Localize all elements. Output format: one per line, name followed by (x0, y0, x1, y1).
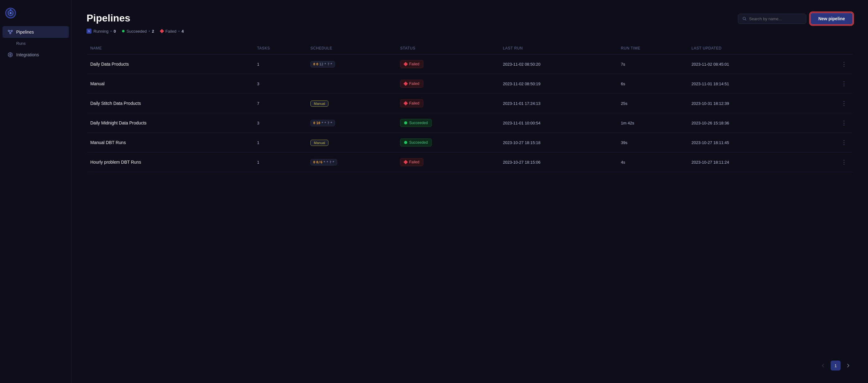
succeeded-status-icon (404, 141, 407, 144)
cell-tasks: 1 (253, 133, 307, 153)
schedule-cron[interactable]: 0 0 12 * ? * (310, 61, 335, 67)
pipeline-name[interactable]: Hourly problem DBT Runs (90, 160, 141, 165)
sidebar-item-integrations[interactable]: Integrations (2, 49, 69, 61)
col-actions (806, 43, 853, 55)
search-bar[interactable] (738, 14, 806, 24)
col-run-time: Run time (617, 43, 688, 55)
pipeline-name[interactable]: Manual DBT Runs (90, 140, 126, 145)
failed-status-icon (403, 101, 408, 105)
cell-name: Daily Data Products (87, 55, 253, 74)
status-badge: Succeeded (400, 138, 432, 147)
cell-run-time: 39s (617, 133, 688, 153)
schedule-manual[interactable]: Manual (310, 140, 329, 146)
svg-point-2 (10, 12, 11, 14)
svg-point-6 (10, 33, 11, 34)
more-options-button[interactable]: ⋮ (839, 79, 849, 88)
more-options-button[interactable]: ⋮ (839, 138, 849, 147)
cell-last-run: 2023-10-27 18:15:06 (499, 153, 617, 172)
page-1-button[interactable]: 1 (831, 360, 841, 371)
sidebar-subitem-label-runs: Runs (16, 41, 26, 46)
cell-last-run: 2023-11-01 17:24:13 (499, 94, 617, 113)
status-badge: Succeeded (400, 119, 432, 127)
pipelines-table-container: Name Tasks Schedule Status Last run Run … (87, 43, 853, 353)
cell-schedule: 0 0/6 * * ? * (307, 153, 396, 172)
svg-line-13 (745, 19, 746, 20)
failed-status-icon (403, 160, 408, 164)
running-count: 0 (114, 29, 116, 34)
status-badge: Failed (400, 79, 424, 88)
cell-status: Succeeded (396, 113, 499, 133)
running-label: Running (93, 29, 108, 34)
pipeline-name[interactable]: Daily Data Products (90, 62, 129, 67)
cell-more-options: ⋮ (806, 113, 853, 133)
cell-last-run: 2023-11-01 10:00:54 (499, 113, 617, 133)
cell-schedule: 0 10 * * ? * (307, 113, 396, 133)
succeeded-label: Succeeded (126, 29, 147, 34)
col-last-updated: Last updated (688, 43, 806, 55)
cell-more-options: ⋮ (806, 153, 853, 172)
failed-count: 4 (182, 29, 184, 34)
col-tasks: Tasks (253, 43, 307, 55)
more-options-button[interactable]: ⋮ (839, 99, 849, 108)
pipeline-name[interactable]: Manual (90, 81, 104, 86)
pipeline-name[interactable]: Daily Midnight Data Products (90, 120, 147, 125)
col-name: Name (87, 43, 253, 55)
cell-tasks: 7 (253, 94, 307, 113)
next-page-button[interactable] (843, 360, 853, 371)
cell-last-updated: 2023-11-02 08:45:01 (688, 55, 806, 74)
more-options-button[interactable]: ⋮ (839, 158, 849, 166)
cell-run-time: 4s (617, 153, 688, 172)
table-row: Hourly problem DBT Runs10 0/6 * * ? *Fai… (87, 153, 853, 172)
schedule-cron[interactable]: 0 10 * * ? * (310, 120, 335, 126)
pipeline-name[interactable]: Daily Stitch Data Products (90, 101, 141, 106)
cell-tasks: 3 (253, 74, 307, 94)
cell-last-updated: 2023-10-27 18:11:24 (688, 153, 806, 172)
page-number: 1 (834, 363, 837, 368)
col-status: Status (396, 43, 499, 55)
page-header: Pipelines New pipeline (87, 12, 853, 25)
status-running: N Running • 0 (87, 29, 116, 34)
sidebar-nav: Pipelines Runs Integrations (0, 26, 71, 61)
logo-area (0, 5, 71, 26)
svg-point-3 (10, 9, 11, 11)
cell-status: Failed (396, 55, 499, 74)
main-content: Pipelines New pipeline N Running • 0 Suc… (72, 0, 868, 383)
svg-line-9 (10, 31, 12, 33)
cell-status: Failed (396, 74, 499, 94)
cell-last-updated: 2023-11-01 18:14:51 (688, 74, 806, 94)
sidebar-subitem-runs[interactable]: Runs (2, 39, 69, 48)
failed-status-icon (403, 62, 408, 66)
more-options-button[interactable]: ⋮ (839, 119, 849, 127)
cell-schedule: 0 0 12 * ? * (307, 55, 396, 74)
cell-schedule (307, 74, 396, 94)
status-badge: Failed (400, 99, 424, 107)
status-bar: N Running • 0 Succeeded • 2 Failed • 4 (87, 29, 853, 34)
prev-page-button[interactable] (818, 360, 828, 371)
cell-more-options: ⋮ (806, 55, 853, 74)
schedule-cron[interactable]: 0 0/6 * * ? * (310, 159, 337, 165)
schedule-manual[interactable]: Manual (310, 100, 329, 107)
table-row: Daily Stitch Data Products7ManualFailed2… (87, 94, 853, 113)
cell-name: Manual (87, 74, 253, 94)
succeeded-count: 2 (152, 29, 154, 34)
cell-run-time: 6s (617, 74, 688, 94)
cell-status: Failed (396, 94, 499, 113)
more-options-button[interactable]: ⋮ (839, 60, 849, 68)
app-logo (5, 7, 16, 19)
cell-name: Daily Midnight Data Products (87, 113, 253, 133)
pipelines-table: Name Tasks Schedule Status Last run Run … (87, 43, 853, 172)
status-failed: Failed • 4 (160, 29, 184, 34)
table-row: Manual3Failed2023-11-02 08:50:196s2023-1… (87, 74, 853, 94)
col-last-run: Last run (499, 43, 617, 55)
status-badge: Failed (400, 158, 424, 166)
new-pipeline-button[interactable]: New pipeline (810, 12, 853, 25)
table-row: Daily Midnight Data Products30 10 * * ? … (87, 113, 853, 133)
search-input[interactable] (749, 17, 802, 21)
table-row: Manual DBT Runs1ManualSucceeded2023-10-2… (87, 133, 853, 153)
chevron-right-icon (846, 363, 850, 368)
cell-more-options: ⋮ (806, 74, 853, 94)
cell-last-updated: 2023-10-26 15:18:36 (688, 113, 806, 133)
sidebar-item-label-integrations: Integrations (16, 52, 39, 57)
sidebar-item-pipelines[interactable]: Pipelines (2, 26, 69, 38)
cell-run-time: 7s (617, 55, 688, 74)
